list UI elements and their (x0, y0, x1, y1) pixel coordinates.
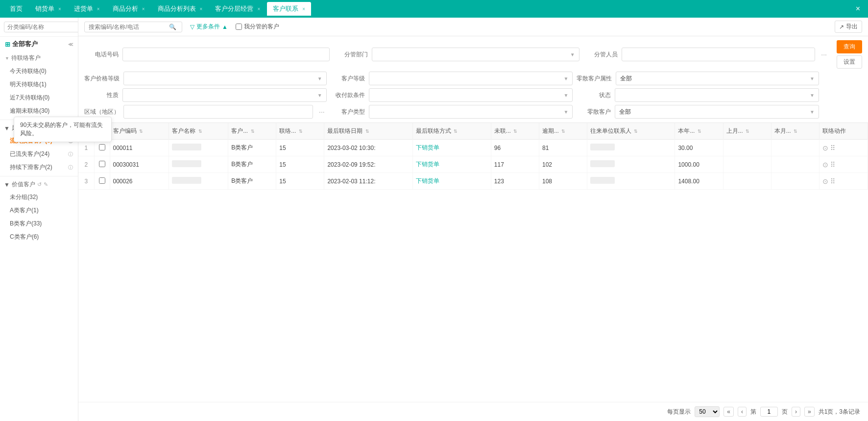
row-checkbox[interactable] (94, 156, 110, 173)
filter-status: 状态 ▼ (577, 88, 819, 102)
filter-manager-select[interactable] (622, 48, 816, 61)
th-name[interactable]: 客户名称 ⇅ (169, 123, 228, 140)
row-select-checkbox[interactable] (99, 161, 105, 167)
settings-button[interactable]: 设置 (837, 55, 862, 69)
action-link-icon[interactable]: ⊙ (822, 177, 828, 185)
my-customers-check[interactable] (236, 24, 242, 30)
row-this-year: 30.00 (675, 140, 723, 156)
action-more-icon[interactable]: ⠿ (830, 177, 835, 185)
close-icon[interactable]: × (257, 6, 260, 12)
th-actions: 联络动作 (819, 123, 868, 140)
action-more-icon[interactable]: ⠿ (830, 161, 835, 169)
row-select-checkbox[interactable] (99, 144, 105, 150)
edit-icon[interactable]: ✎ (44, 181, 48, 188)
first-page-button[interactable]: « (723, 407, 734, 417)
row-overdue: 102 (539, 156, 587, 173)
th-contact[interactable]: 联络... ⇅ (276, 123, 324, 140)
filter-level-select[interactable]: ▼ (369, 72, 573, 85)
sidebar-item-churned[interactable]: 已流失客户(24) ⓘ (0, 148, 78, 161)
row-last-method[interactable]: 下销货单 (412, 173, 491, 190)
prev-page-button[interactable]: ‹ (738, 407, 747, 417)
th-type[interactable]: 客户... ⇅ (228, 123, 276, 140)
filter-price-select[interactable]: ▼ (123, 72, 327, 85)
th-last-contact-date[interactable]: 最后联络日期 ⇅ (324, 123, 413, 140)
filter-region-dots[interactable]: ··· (317, 108, 327, 116)
row-contact: 15 (276, 156, 324, 173)
row-last-method[interactable]: 下销货单 (412, 140, 491, 156)
sidebar-item-a-class[interactable]: A类客户(1) (0, 204, 78, 217)
action-link-icon[interactable]: ⊙ (822, 161, 828, 169)
th-last-contact-method[interactable]: 最后联络方式 ⇅ (412, 123, 491, 140)
sidebar-item-ungrouped[interactable]: 未分组(32) (0, 191, 78, 204)
export-button[interactable]: ↗ 导出 (835, 21, 862, 33)
sidebar-item-tomorrow[interactable]: 明天待联络(1) (0, 78, 78, 91)
filter-phone-input[interactable] (122, 48, 330, 61)
row-num: 3 (78, 173, 94, 190)
page-number-input[interactable] (760, 407, 778, 417)
filter-actions: 查询 设置 (837, 40, 862, 69)
row-last-date: 2023-03-02 10:30: (324, 140, 413, 156)
filter-nature-label: 性质 (84, 91, 119, 99)
sidebar-group-pending[interactable]: ▼ 待联络客户 (0, 51, 78, 65)
chevron-down-icon: ▼ (570, 52, 575, 57)
th-this-month[interactable]: 本月... ⇅ (771, 123, 819, 140)
next-page-button[interactable]: › (792, 407, 800, 417)
sidebar-all-customers[interactable]: ⊞ 全部客户 ≪ (0, 37, 78, 51)
filter-level-label: 客户等级 (331, 74, 365, 83)
filter-type-select[interactable]: ▼ (369, 105, 573, 119)
action-link-icon[interactable]: ⊙ (822, 144, 828, 152)
filter-row-3: 性质 ▼ 收付款条件 ▼ 状态 (84, 88, 862, 102)
nav-customer-tier[interactable]: 客户分层经营 × (209, 2, 266, 16)
filter-customer-level: 客户等级 ▼ (331, 72, 573, 85)
action-more-icon[interactable]: ⠿ (830, 144, 835, 152)
table-row: 2 00030031 B类客户 15 2023-02-09 19:52: 下销货… (78, 156, 868, 173)
filter-retail-attr-select[interactable]: 全部 ▼ (616, 72, 819, 85)
filter-status-select[interactable]: ▼ (615, 88, 819, 102)
filter-retail-select[interactable]: 全部 ▼ (615, 105, 819, 119)
sidebar-item-declining[interactable]: 持续下滑客户(2) ⓘ (0, 161, 78, 174)
row-checkbox[interactable] (94, 173, 110, 190)
filter-payment-select[interactable]: ▼ (369, 88, 573, 102)
th-uncontacted[interactable]: 未联... ⇅ (491, 123, 539, 140)
th-code[interactable]: 客户编码 ⇅ (110, 123, 169, 140)
nav-home[interactable]: 首页 (4, 2, 28, 16)
filter-dept-select[interactable]: ▼ (372, 48, 579, 61)
nav-product-list[interactable]: 商品分析列表 × (152, 2, 209, 16)
nav-sales[interactable]: 销货单 × (29, 2, 67, 16)
sidebar-item-b-class[interactable]: B类客户(33) (0, 217, 78, 230)
row-select-checkbox[interactable] (99, 177, 105, 184)
close-icon[interactable]: × (97, 6, 100, 12)
sidebar-search-input[interactable] (4, 22, 78, 32)
refresh-icon[interactable]: ↺ (37, 181, 42, 188)
filter-more-btn[interactable]: ▽ 更多条件 ▲ (186, 21, 232, 32)
my-customers-checkbox[interactable]: 我分管的客户 (236, 23, 279, 31)
filter-more-dots[interactable]: ··· (819, 50, 829, 58)
th-last-month[interactable]: 上月... ⇅ (723, 123, 771, 140)
sidebar-item-overdue[interactable]: 逾期未联络(30) (0, 104, 78, 118)
filter-search-input[interactable] (89, 24, 167, 30)
row-type: B类客户 (228, 173, 276, 190)
window-close-icon[interactable]: × (852, 2, 864, 15)
th-overdue[interactable]: 逾期... ⇅ (539, 123, 587, 140)
sidebar-item-today[interactable]: 今天待联络(0) (0, 65, 78, 78)
nav-product-analysis[interactable]: 商品分析 × (107, 2, 151, 16)
th-contact-person[interactable]: 往来单位联系人 ⇅ (587, 123, 675, 140)
filter-nature-select[interactable]: ▼ (122, 88, 327, 102)
filter-region-input[interactable] (123, 105, 313, 119)
page-size-select[interactable]: 50 100 200 (695, 406, 720, 417)
filter-search-icon[interactable]: 🔍 (169, 24, 176, 30)
close-icon[interactable]: × (58, 6, 61, 12)
nav-purchase[interactable]: 进货单 × (68, 2, 106, 16)
row-last-method[interactable]: 下销货单 (412, 156, 491, 173)
last-page-button[interactable]: » (804, 407, 815, 417)
sidebar-item-c-class[interactable]: C类客户(6) (0, 230, 78, 244)
sidebar-item-7days[interactable]: 近7天待联络(0) (0, 91, 78, 104)
sort-icon: ⇅ (746, 129, 749, 134)
th-this-year[interactable]: 本年... ⇅ (675, 123, 723, 140)
close-icon[interactable]: × (302, 6, 305, 12)
close-icon[interactable]: × (200, 6, 203, 12)
query-button[interactable]: 查询 (837, 40, 862, 53)
close-icon[interactable]: × (142, 6, 145, 12)
filter-retail-attr: 零散客户属性 全部 ▼ (577, 72, 819, 85)
nav-customer-contact[interactable]: 客户联系 × (267, 2, 311, 16)
